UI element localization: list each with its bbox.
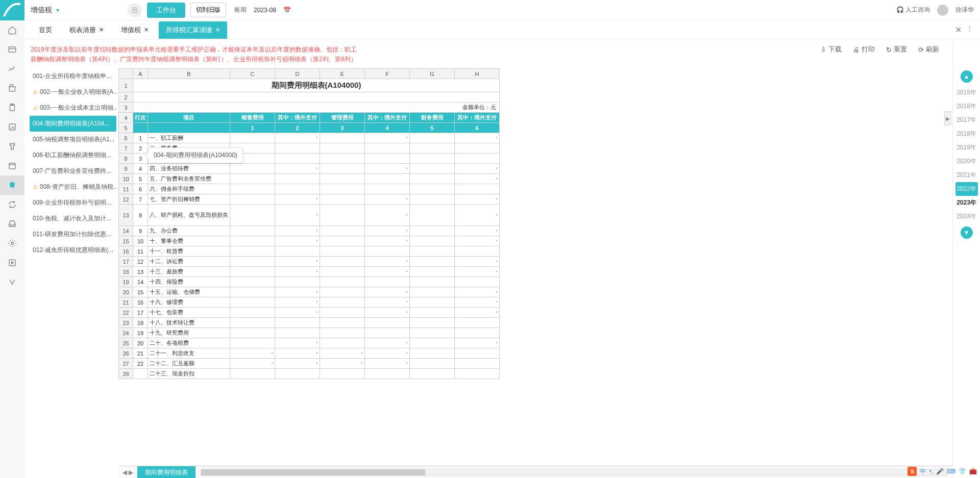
data-cell[interactable] xyxy=(275,184,320,194)
ime-punct-icon[interactable]: •, xyxy=(929,468,933,475)
data-cell[interactable] xyxy=(230,359,275,369)
row-name[interactable]: 五、广告费和业务宣传费 xyxy=(148,174,230,184)
data-cell[interactable] xyxy=(410,154,455,164)
row-num[interactable]: 16 xyxy=(133,297,148,308)
tab-增值税[interactable]: 增值税✕ xyxy=(114,21,156,39)
data-cell[interactable] xyxy=(410,174,455,184)
data-cell[interactable] xyxy=(410,205,455,226)
refresh-button[interactable]: ⟳ 刷新 xyxy=(918,45,939,54)
data-cell[interactable] xyxy=(275,174,320,184)
data-cell[interactable] xyxy=(320,226,365,236)
data-cell[interactable] xyxy=(410,338,455,348)
row-num[interactable]: 14 xyxy=(133,277,148,287)
tab-首页[interactable]: 首页 xyxy=(32,21,59,39)
row-name[interactable]: 一、职工薪酬 xyxy=(148,133,230,143)
year-option[interactable]: 2024年 xyxy=(955,210,978,223)
settings-icon[interactable] xyxy=(0,234,24,253)
data-cell[interactable] xyxy=(320,297,365,308)
row-header[interactable]: 20 xyxy=(119,287,133,297)
data-cell[interactable] xyxy=(275,338,320,348)
data-cell[interactable] xyxy=(320,236,365,246)
data-cell[interactable] xyxy=(275,143,320,154)
data-cell[interactable] xyxy=(365,287,410,297)
data-cell[interactable] xyxy=(410,369,455,379)
data-cell[interactable] xyxy=(320,348,365,359)
year-option[interactable]: 2016年 xyxy=(955,99,978,113)
data-cell[interactable] xyxy=(455,246,500,257)
data-cell[interactable] xyxy=(275,308,320,318)
data-cell[interactable] xyxy=(365,133,410,143)
row-header[interactable]: 26 xyxy=(119,348,133,359)
year-option[interactable]: 2021年 xyxy=(955,168,978,182)
row-header[interactable]: 10 xyxy=(119,174,133,184)
year-option[interactable]: 2018年 xyxy=(955,127,978,141)
data-cell[interactable] xyxy=(365,174,410,184)
calendar-icon[interactable] xyxy=(0,156,24,175)
data-cell[interactable] xyxy=(455,236,500,246)
doc-item[interactable]: 011-研发费用加计扣除优惠... xyxy=(30,227,116,242)
card-icon[interactable] xyxy=(0,40,24,59)
data-cell[interactable] xyxy=(275,348,320,359)
data-cell[interactable] xyxy=(275,154,320,164)
row-name[interactable]: 十四、保险费 xyxy=(148,277,230,287)
data-cell[interactable] xyxy=(275,359,320,369)
data-cell[interactable] xyxy=(455,143,500,154)
tax-type-dropdown[interactable]: 增值税 ▾ xyxy=(31,6,122,15)
row-header[interactable]: 27 xyxy=(119,359,133,369)
ime-keyboard-icon[interactable]: ⌨ xyxy=(947,468,955,475)
data-cell[interactable] xyxy=(365,308,410,318)
doc-item[interactable]: 001-企业所得税年度纳税申... xyxy=(30,68,116,84)
subheader-cell[interactable]: 6 xyxy=(455,123,500,133)
tab-所得税汇算清缴[interactable]: 所得税汇算清缴✕ xyxy=(159,21,227,39)
data-cell[interactable] xyxy=(230,246,275,257)
data-cell[interactable] xyxy=(410,236,455,246)
row-num[interactable]: 9 xyxy=(133,226,148,236)
data-cell[interactable] xyxy=(230,338,275,348)
row-name[interactable]: 十九、研究费用 xyxy=(148,328,230,338)
row-name[interactable]: 十一、租赁费 xyxy=(148,246,230,257)
doc-item[interactable]: 004-期间费用明细表(A104... xyxy=(30,116,116,132)
data-cell[interactable] xyxy=(230,236,275,246)
data-cell[interactable] xyxy=(275,133,320,143)
row-header[interactable]: 7 xyxy=(119,143,133,154)
row-header[interactable]: 2 xyxy=(119,92,133,103)
close-icon[interactable]: ✕ xyxy=(99,27,104,33)
row-header[interactable]: 15 xyxy=(119,236,133,246)
data-cell[interactable] xyxy=(320,154,365,164)
row-num[interactable]: 7 xyxy=(133,194,148,205)
row-header[interactable]: 16 xyxy=(119,246,133,257)
data-cell[interactable] xyxy=(230,348,275,359)
v-icon[interactable] xyxy=(0,272,24,292)
col-header[interactable]: F xyxy=(365,69,410,79)
year-option[interactable]: 2022年 xyxy=(955,182,978,196)
data-cell[interactable] xyxy=(410,184,455,194)
row-num[interactable]: 13 xyxy=(133,267,148,277)
data-cell[interactable] xyxy=(410,318,455,328)
avatar[interactable] xyxy=(937,5,948,16)
header-cell[interactable]: 财务费用 xyxy=(410,113,455,123)
col-header[interactable]: G xyxy=(410,69,455,79)
header-cell[interactable]: 行次 xyxy=(133,113,148,123)
header-cell[interactable]: 管理费用 xyxy=(320,113,365,123)
row-name[interactable]: 十五、运输、仓储费 xyxy=(148,287,230,297)
data-cell[interactable] xyxy=(410,348,455,359)
data-cell[interactable] xyxy=(320,277,365,287)
data-cell[interactable] xyxy=(365,257,410,267)
row-header[interactable]: 13 xyxy=(119,205,133,226)
data-cell[interactable] xyxy=(455,328,500,338)
row-name[interactable]: 二十、各项税费 xyxy=(148,338,230,348)
data-cell[interactable] xyxy=(320,267,365,277)
data-cell[interactable] xyxy=(320,257,365,267)
data-cell[interactable] xyxy=(455,369,500,379)
row-num[interactable]: 1 xyxy=(133,133,148,143)
data-cell[interactable] xyxy=(320,308,365,318)
data-cell[interactable] xyxy=(455,257,500,267)
data-cell[interactable] xyxy=(320,287,365,297)
data-cell[interactable] xyxy=(230,267,275,277)
row-header[interactable]: 12 xyxy=(119,194,133,205)
download-button[interactable]: ⇩ 下载 xyxy=(821,45,842,54)
data-cell[interactable] xyxy=(365,194,410,205)
data-cell[interactable] xyxy=(230,133,275,143)
data-cell[interactable] xyxy=(455,318,500,328)
doc-item[interactable]: 009-企业所得税弥补亏损明... xyxy=(30,195,116,211)
